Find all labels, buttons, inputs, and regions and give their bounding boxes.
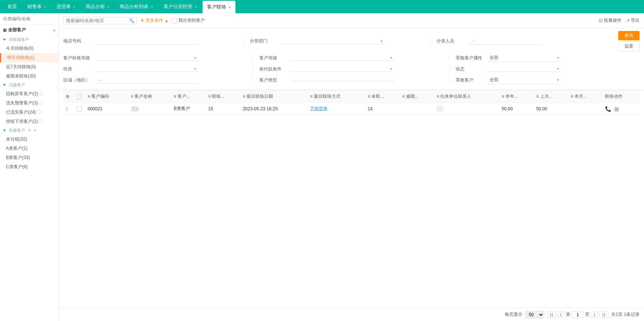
col-code-header: ≡ 客户编码 (85, 90, 129, 103)
my-customers-checkbox[interactable] (172, 18, 177, 23)
col-name-header: ≡ 客户名称 (129, 90, 172, 103)
more-filter-btn[interactable]: ▼ 更多条件 ▲ (140, 17, 169, 24)
export-btn[interactable]: ↗ 导出 (626, 17, 640, 24)
col-last-contact-method-header: ≡ 最后联络方式 (308, 90, 365, 103)
region-select[interactable]: ··· (95, 77, 198, 84)
customer-type-label: 客户类型 (259, 77, 289, 83)
region-dots[interactable]: ··· (97, 77, 104, 83)
grid-action-icon[interactable]: ▦ (614, 106, 619, 112)
sidebar-item-today-pending[interactable]: 今天待联络(0) (0, 44, 59, 53)
edit-value-icon[interactable]: ✏ (34, 128, 37, 133)
sidebar-all-customers[interactable]: ⊞ 全部客户 « (0, 25, 59, 35)
sidebar-item-churn-warning[interactable]: 流失预警客户(3) ⓘ (0, 99, 59, 108)
sidebar-item-7days-pending[interactable]: 近7天待联络(0) (0, 62, 59, 72)
prev-page-btn[interactable]: ⟨ (557, 311, 564, 318)
col-check-header[interactable] (74, 90, 85, 103)
collapse-icon[interactable]: « (53, 28, 56, 33)
col-this-month-header: ≡ 本月... (568, 90, 603, 103)
col-this-year-header: ≡ 本年... (500, 90, 534, 103)
expand-icon-problem (3, 84, 6, 86)
sidebar-item-class-c[interactable]: C类客户(6) (0, 162, 59, 172)
filter-action-btns: 查询 设置 (618, 31, 640, 51)
next-page-btn[interactable]: ⟩ (591, 311, 598, 318)
phone-action-icon[interactable]: 📞 (605, 106, 611, 112)
page-nav: ⟨⟨ ⟨ 第 页 ⟩ ⟩⟩ (547, 311, 608, 318)
sidebar-item-churned[interactable]: 已流失客户(24) ⓘ (0, 108, 59, 117)
filter-customer-level-section: 客户等级 ▾ (259, 55, 443, 61)
settings-icon[interactable]: ⚙ (66, 94, 70, 99)
filter-payment-section: 收付款条件 ▾ (259, 66, 443, 72)
sidebar-item-overdue[interactable]: 逾期未联络(30) (0, 72, 59, 81)
main-layout: 🔍 ⊞ 全部客户 « 待联络客户 今天待联络(0) 明天待联络(1) 近7天待联… (0, 13, 644, 321)
header-checkbox[interactable] (77, 94, 82, 99)
sidebar-item-tomorrow-pending[interactable]: 明天待联络(1) (0, 53, 59, 62)
col-unlinked-header: ≡ 未联... (365, 90, 400, 103)
nav-close-sales[interactable]: × (44, 4, 46, 9)
nav-item-product-analysis[interactable]: 商品分析 × (81, 0, 114, 13)
row-name: Ea (129, 103, 172, 115)
col-last-contact-date-header: ≡ 最后联络日期 (241, 90, 308, 103)
col-last-month-header: ≡ 上月... (534, 90, 568, 103)
nav-item-purchase[interactable]: 进货单 × (52, 0, 80, 13)
main-search-input[interactable] (66, 18, 129, 23)
main-search-icon[interactable]: 🔍 (129, 18, 134, 23)
nav-item-customer-contact[interactable]: 客户联络 × (203, 1, 235, 13)
refresh-value-icon[interactable]: ↻ (28, 128, 31, 133)
sidebar-item-unclassified[interactable]: 未分组(32) (0, 135, 59, 144)
nav-close-purchase[interactable]: × (73, 4, 75, 9)
nav-close-customer-contact[interactable]: × (228, 5, 231, 9)
nav-close-customer-tier[interactable]: × (195, 4, 197, 9)
reset-btn[interactable]: 设置 (618, 41, 640, 51)
nav-item-product-list[interactable]: 商品分析列表 × (115, 0, 157, 13)
nature-select[interactable]: ▾ (95, 66, 198, 72)
sidebar-item-class-a[interactable]: A类客户(1) (0, 144, 59, 153)
manager-select[interactable]: ··· (468, 38, 542, 45)
sidebar-group-problem: 问题客户 (0, 81, 59, 89)
unit-contact-blurred: ··· (437, 106, 443, 112)
first-page-btn[interactable]: ⟨⟨ (547, 311, 556, 318)
info-icon-0: ⓘ (39, 91, 43, 97)
customer-type-select[interactable] (291, 79, 394, 81)
price-level-select[interactable]: ▾ (95, 55, 198, 61)
content-area: 🔍 ▼ 更多条件 ▲ 我分管的客户 ☑ 批量操作 ↗ 导出 (59, 13, 644, 321)
row-last-contact-method[interactable]: 下销货单 (308, 103, 365, 115)
retail-attr-select[interactable]: 全部 ▾ (487, 54, 561, 62)
sidebar-item-declining[interactable]: 持续下滑客户(2) ⓘ (0, 117, 59, 126)
row-code: 000021 (85, 103, 129, 115)
sidebar-item-class-b[interactable]: B类客户(33) (0, 153, 59, 162)
retail-customer-select[interactable]: 全部 ▾ (487, 76, 561, 84)
row-contacts: 15 (206, 103, 241, 115)
nav-close-product-list[interactable]: × (151, 4, 153, 9)
row-actions: 📞 ▦ (603, 103, 640, 115)
separator-4 (449, 54, 450, 62)
page-input[interactable] (572, 311, 584, 318)
my-customers-checkbox-wrap[interactable]: 我分管的客户 (172, 17, 205, 24)
manager-dots[interactable]: ··· (470, 38, 477, 44)
batch-ops-area: ☑ 批量操作 ↗ 导出 (599, 17, 640, 24)
batch-ops-btn[interactable]: ☑ 批量操作 (599, 17, 622, 24)
payment-select[interactable]: ▾ (291, 66, 394, 72)
status-select[interactable]: ▾ (487, 66, 561, 72)
customer-level-label: 客户等级 (259, 55, 289, 61)
per-page-select[interactable]: 50 100 200 (525, 311, 544, 318)
col-settings[interactable]: ⚙ (63, 90, 74, 103)
customer-level-select[interactable]: ▾ (291, 55, 394, 61)
query-btn[interactable]: 查询 (618, 31, 640, 40)
row-checkbox[interactable] (77, 106, 82, 111)
nav-close-product-analysis[interactable]: × (107, 4, 109, 9)
sidebar-search-input[interactable] (3, 16, 58, 21)
contact-method-link[interactable]: 下销货单 (310, 106, 328, 111)
separator-3 (253, 54, 253, 62)
sidebar-group-pending: 待联络客户 (0, 35, 59, 44)
nav-item-customer-tier[interactable]: 客户分层经营 × (159, 0, 201, 13)
filter-dept-section: 分管部门 ▾ (250, 38, 424, 44)
region-label: 区域（地区） (63, 77, 93, 83)
dept-select[interactable]: ▾ (281, 38, 385, 44)
sidebar-item-repurchase-abnormal[interactable]: 回购异常客户(2) ⓘ (0, 89, 59, 99)
nav-home[interactable]: 首页 (3, 3, 21, 10)
nav-item-sales[interactable]: 销售单 × (23, 0, 50, 13)
row-checkbox-cell[interactable] (74, 103, 85, 115)
last-page-btn[interactable]: ⟩⟩ (599, 311, 608, 318)
phone-input[interactable] (95, 38, 198, 45)
filter-funnel-icon: ▼ (140, 18, 144, 23)
